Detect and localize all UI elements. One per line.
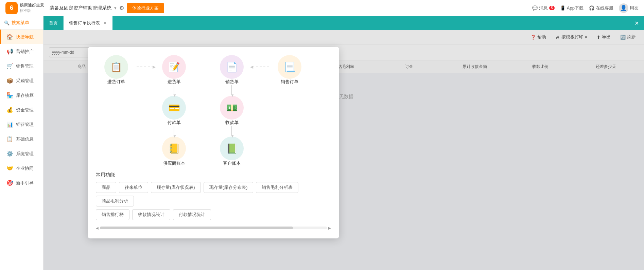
func-btn-contacts[interactable]: 往来单位 [119,182,148,193]
gear-settings-icon[interactable]: ⚙ [119,5,124,11]
online-service-btn[interactable]: 🎧 在线客服 [589,5,613,11]
search-menu-btn[interactable]: 🔍 搜索菜单 [0,16,43,30]
customer-ledger-node[interactable]: 📗 [220,137,244,160]
sidebar-item-system[interactable]: ⚙️ 系统管理 [0,146,43,161]
receipt-node[interactable]: 💵 [220,96,244,120]
system-title: 装备及固定资产辅助管理系统 [50,5,111,11]
purchase-order-node[interactable]: 📋 [104,55,128,79]
brand-text: 畅康通好生意 标准版 [20,3,44,13]
sidebar: 🔍 搜索菜单 🏠 快捷导航 📢 营销推广 🛒 销售管理 📦 采购管理 🏪 [0,16,43,270]
guide-icon: 🎯 [6,180,13,186]
supplier-ledger-node[interactable]: 📒 [162,137,186,160]
receipt-label: 收款单 [225,120,239,126]
func-btn-sales-rank[interactable]: 销售排行榜 [96,209,129,220]
content-area: 首页 销售订单执行表 ✕ ✕ ❓ 帮助 [43,16,644,270]
payment-node[interactable]: 💳 [162,96,186,120]
sidebar-item-purchase[interactable]: 📦 采购管理 [0,73,43,88]
system-icon: ⚙️ [6,150,13,157]
sidebar-item-enterprise[interactable]: 🤝 企业协同 [0,161,43,176]
logo-icon: 6 [5,2,18,14]
sales-order-node[interactable]: 📃 [278,55,301,79]
tab-sales-order[interactable]: 销售订单执行表 ✕ [64,16,112,30]
purchase-bill-label: 进货单 [168,79,181,85]
scroll-right-icon[interactable]: ▶ [328,226,331,230]
enterprise-icon: 🤝 [6,165,13,172]
sidebar-item-sales[interactable]: 🛒 销售管理 [0,59,43,73]
common-functions: 常用功能 商品 往来单位 现存量(库存状况表) 现存量(库存分布表) 销售毛利分… [96,172,331,220]
service-icon: 🎧 [589,5,594,11]
supplier-ledger-label: 供应商账本 [163,160,185,166]
tab-bar: 首页 销售订单执行表 ✕ ✕ [43,16,644,30]
sidebar-item-quick-nav[interactable]: 🏠 快捷导航 [0,30,43,44]
func-btn-payment-stats[interactable]: 付款情况统计 [173,209,211,220]
scroll-left-icon[interactable]: ◀ [96,226,99,230]
func-btn-sales-profit[interactable]: 销售毛利分析表 [256,182,298,193]
purchase-order-label: 进货订单 [107,79,125,85]
sales-bill-label: 销货单 [225,79,239,85]
tab-home[interactable]: 首页 [43,16,64,30]
finance-icon: 💰 [6,107,13,113]
sales-order-label: 销售订单 [281,79,298,85]
scrollbar-thumb[interactable] [100,227,293,229]
sidebar-item-basic-info[interactable]: 📋 基础信息 [0,132,43,146]
sidebar-item-marketing[interactable]: 📢 营销推广 [0,44,43,59]
func-buttons-row2: 销售排行榜 收款情况统计 付款情况统计 [96,209,331,220]
customer-ledger-label: 客户账本 [223,160,241,166]
experience-btn[interactable]: 体验行业方案 [127,3,164,13]
func-buttons-row1: 商品 往来单位 现存量(库存状况表) 现存量(库存分布表) 销售毛利分析表 商品… [96,182,331,206]
home-icon: 🏠 [6,34,13,40]
purchase-bill-node[interactable]: 📝 [162,55,186,79]
tab-window-close-btn[interactable]: ✕ [632,18,641,28]
top-bar: 6 畅康通好生意 标准版 装备及固定资产辅助管理系统 ▾ ⚙ 体验行业方案 💬 … [0,0,644,16]
app-download-btn[interactable]: 📱 App下载 [560,5,584,11]
logo-area: 6 畅康通好生意 标准版 [5,2,44,14]
func-btn-stock-dist[interactable]: 现存量(库存分布表) [204,182,254,193]
brand-name: 畅康通好生意 [20,3,44,8]
sidebar-item-inventory[interactable]: 🏪 库存核算 [0,88,43,103]
user-avatar: 👤 [619,3,628,13]
message-icon: 💬 [532,5,538,11]
main-content: ❓ 帮助 🖨 按模板打印 ▾ ⬆ 导出 🔄 刷新 [43,30,644,270]
flow-modal: 📋 进货订单 ▶ 📝 进货单 [88,47,339,238]
inventory-icon: 🏪 [6,92,13,98]
user-btn[interactable]: 👤 用友 [619,3,639,13]
sidebar-item-guide[interactable]: 🎯 新手引导 [0,176,43,190]
common-funcs-title: 常用功能 [96,172,331,178]
brand-sub: 标准版 [20,8,44,13]
main-area: 🔍 搜索菜单 🏠 快捷导航 📢 营销推广 🛒 销售管理 📦 采购管理 🏪 [0,16,644,270]
basic-info-icon: 📋 [6,136,13,142]
operations-icon: 📊 [6,121,13,128]
app-icon: 📱 [560,5,565,11]
func-btn-product-profit[interactable]: 商品毛利分析 [96,196,134,206]
top-right: 💬 消息 5 📱 App下载 🎧 在线客服 👤 用友 [532,3,639,13]
purchase-icon: 📦 [6,77,13,84]
func-btn-stock-status[interactable]: 现存量(库存状况表) [151,182,201,193]
dropdown-arrow-icon[interactable]: ▾ [114,5,117,11]
payment-label: 付款单 [168,120,181,126]
modal-scrollbar: ◀ ▶ [96,226,331,230]
func-btn-product[interactable]: 商品 [96,182,116,193]
sales-bill-node[interactable]: 📄 [220,55,244,79]
sidebar-item-finance[interactable]: 💰 资金管理 [0,103,43,117]
top-left: 6 畅康通好生意 标准版 装备及固定资产辅助管理系统 ▾ ⚙ 体验行业方案 [5,2,164,14]
sidebar-item-operations[interactable]: 📊 经营管理 [0,117,43,132]
message-btn[interactable]: 💬 消息 5 [532,5,555,11]
sales-icon: 🛒 [6,63,13,69]
func-btn-receipt-stats[interactable]: 收款情况统计 [132,209,170,220]
search-icon: 🔍 [4,20,10,25]
message-badge: 5 [549,6,555,10]
tab-close-icon[interactable]: ✕ [103,21,107,25]
marketing-icon: 📢 [6,48,13,55]
